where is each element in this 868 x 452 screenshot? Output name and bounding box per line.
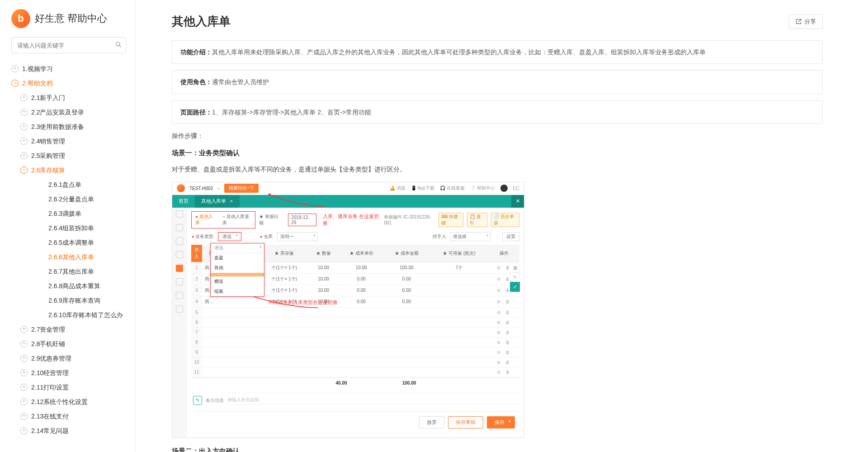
logo: b 好生意 帮助中心 xyxy=(11,9,126,28)
nav-item[interactable]: 2.6库存核算 xyxy=(11,163,126,177)
collapse-icon xyxy=(20,167,28,174)
nav-item-label: 2.3使用前数据准备 xyxy=(31,119,84,134)
search-icon[interactable] xyxy=(115,42,122,49)
ss-tab-current: 其他入库单✕ xyxy=(195,195,240,208)
expand-icon xyxy=(20,398,28,405)
nav-item-label: 1.视频学习 xyxy=(22,62,53,76)
expand-icon xyxy=(20,326,28,333)
nav-item-label: 2.9优惠券管理 xyxy=(31,351,71,366)
close-icon: ✕ xyxy=(511,195,524,208)
nav-item[interactable]: 2.8手机旺铺 xyxy=(11,337,126,351)
nav-item-label: 2.2产品安装及登录 xyxy=(31,105,84,119)
ss-tabbar: 首页 其他入库单✕ ✕ xyxy=(172,195,524,208)
nav-item[interactable]: 1.视频学习 xyxy=(11,62,126,76)
nav-item-label: 2.4销售管理 xyxy=(31,134,65,148)
nav-item-label: 2.6.4组装拆卸单 xyxy=(48,221,94,235)
bullet-icon xyxy=(38,181,45,188)
nav-item-label: 2.6.2分量盘点单 xyxy=(48,192,94,206)
nav-item[interactable]: 2.6.2分量盘点单 xyxy=(11,192,126,206)
ss-logo-icon xyxy=(177,184,185,192)
ss-annotation: 不同业务的入库类型在这里切换 xyxy=(268,299,338,306)
nav-item-label: 2.6库存核算 xyxy=(31,163,65,177)
nav-item[interactable]: 2.6.1盘点单 xyxy=(11,177,126,192)
expand-icon xyxy=(20,384,28,391)
ss-leftnav xyxy=(172,208,187,438)
role-box: 使用角色：通常由仓管人员维护 xyxy=(172,70,823,94)
ss-annotation: 入库、退库业务 在这里切换 xyxy=(323,213,381,227)
nav-item-label: 2.13在线支付 xyxy=(31,409,69,423)
nav-item-label: 2.6.6其他入库单 xyxy=(48,250,94,264)
ss-setting-button: 设置 xyxy=(502,232,519,241)
bullet-icon xyxy=(38,268,45,275)
nav-item[interactable]: 2.6.6其他入库单 xyxy=(11,250,126,264)
ss-total-qty: 40.00 xyxy=(323,381,359,385)
sidebar: b 好生意 帮助中心 1.视频学习2.帮助文档2.1新手入门2.2产品安装及登录… xyxy=(0,0,136,452)
expand-icon xyxy=(20,413,28,420)
nav-item-label: 2.6.9库存账本查询 xyxy=(48,293,100,308)
nav-item[interactable]: 2.帮助文档 xyxy=(11,76,126,90)
logo-icon: b xyxy=(11,9,30,28)
tool-icon: ✎ xyxy=(510,272,520,282)
scene1-title: 场景一：业务类型确认 xyxy=(172,149,823,157)
expand-icon xyxy=(20,427,28,434)
nav-item[interactable]: 2.13在线支付 xyxy=(11,409,126,423)
nav-icon xyxy=(176,278,183,285)
expand-icon xyxy=(20,340,28,347)
ss-sidetools: ▦ ✎ ⤢ xyxy=(510,263,520,291)
nav-item-label: 2.6.7其他出库单 xyxy=(48,264,94,279)
ss-account: TEST-H002 xyxy=(189,186,213,191)
nav-item[interactable]: 2.1新手入门 xyxy=(11,90,126,105)
bullet-icon xyxy=(38,224,45,232)
ss-topbar: TEST-H002 ▾ 我要转给~下 🔔 消息 📱 App下载 🎧 在线客服 ❔… xyxy=(172,182,524,195)
nav-item-label: 2.6.8商品成本重算 xyxy=(48,279,100,293)
search-input[interactable] xyxy=(11,37,126,53)
collapse-icon xyxy=(11,80,19,87)
share-button[interactable]: 分享 xyxy=(789,14,823,29)
nav-item[interactable]: 2.2产品安装及登录 xyxy=(11,105,126,119)
expand-icon xyxy=(20,152,28,159)
nav-icon xyxy=(176,238,183,245)
nav-item[interactable]: 2.7资金管理 xyxy=(11,322,126,337)
bullet-icon xyxy=(38,282,45,290)
nav-item[interactable]: 2.14常见问题 xyxy=(11,423,126,438)
expand-icon xyxy=(20,109,28,116)
nav-item[interactable]: 2.6.9库存账本查询 xyxy=(11,293,126,308)
expand-icon xyxy=(20,355,28,362)
avatar-icon xyxy=(500,185,508,192)
nav-item[interactable]: 2.3使用前数据准备 xyxy=(11,119,126,134)
page-title: 其他入库单 xyxy=(172,14,231,29)
nav-item-label: 2.5采购管理 xyxy=(31,148,65,163)
intro-box: 功能介绍：其他入库单用来处理除采购入库、产成品入库之外的其他入库业务，因此其他入… xyxy=(172,40,823,64)
ss-tab-home: 首页 xyxy=(172,195,195,208)
bullet-icon xyxy=(38,210,45,217)
nav-item[interactable]: 2.6.8商品成本重算 xyxy=(11,279,126,293)
remark-icon: ✎ xyxy=(193,396,202,405)
nav-item[interactable]: 2.6.7其他出库单 xyxy=(11,264,126,279)
nav-item[interactable]: 2.5采购管理 xyxy=(11,148,126,163)
nav-item[interactable]: 2.6.3调拨单 xyxy=(11,206,126,221)
nav-item[interactable]: 2.9优惠券管理 xyxy=(11,351,126,366)
nav-item[interactable]: 2.6.10库存账本错了怎么办 xyxy=(11,308,126,322)
expand-icon xyxy=(11,65,19,72)
nav-item[interactable]: 2.10经营管理 xyxy=(11,366,126,380)
nav-item[interactable]: 2.11打印设置 xyxy=(11,380,126,395)
nav-item-label: 2.6.1盘点单 xyxy=(48,177,81,192)
nav-item-label: 2.11打印设置 xyxy=(31,380,69,395)
nav-item[interactable]: 2.12系统个性化设置 xyxy=(11,395,126,409)
nav-item[interactable]: 2.4销售管理 xyxy=(11,134,126,148)
search-box xyxy=(11,37,126,53)
nav-icon xyxy=(176,210,183,218)
embedded-screenshot: TEST-H002 ▾ 我要转给~下 🔔 消息 📱 App下载 🎧 在线客服 ❔… xyxy=(172,182,524,438)
nav-icon xyxy=(176,265,183,272)
nav-icon xyxy=(176,251,183,258)
nav-tree: 1.视频学习2.帮助文档2.1新手入门2.2产品安装及登录2.3使用前数据准备2… xyxy=(11,62,126,438)
nav-item[interactable]: 2.6.4组装拆卸单 xyxy=(11,221,126,235)
nav-item-label: 2.6.3调拨单 xyxy=(48,206,81,221)
nav-item-label: 2.12系统个性化设置 xyxy=(31,395,88,409)
nav-icon xyxy=(176,292,183,299)
svg-point-0 xyxy=(116,42,120,46)
bullet-icon xyxy=(38,239,45,246)
nav-item-label: 2.7资金管理 xyxy=(31,322,65,337)
nav-item-label: 2.8手机旺铺 xyxy=(31,337,65,351)
nav-item[interactable]: 2.6.5成本调整单 xyxy=(11,235,126,250)
